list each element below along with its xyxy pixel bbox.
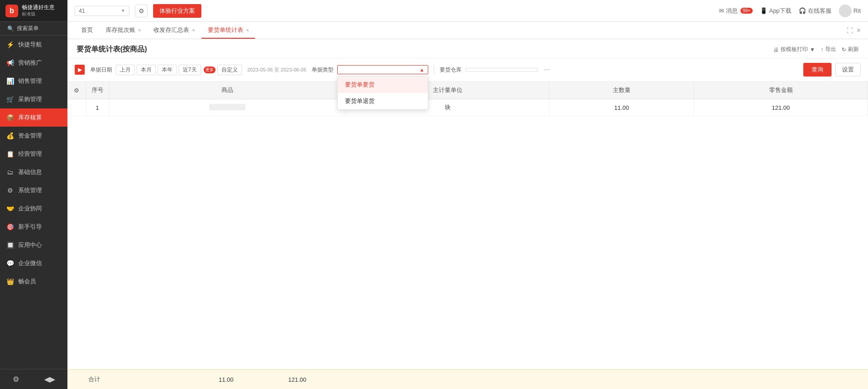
guide-icon: 🎯 <box>5 222 15 231</box>
sidebar-item-finance[interactable]: 💰 资金管理 <box>0 127 67 145</box>
sidebar-item-enterprise[interactable]: 🤝 企业协同 <box>0 200 67 218</box>
company-selector-text: 41 <box>79 8 85 14</box>
th-quantity: 主数量 <box>550 82 694 99</box>
warehouse-filter-label: 要货仓库 <box>440 66 462 74</box>
sidebar-item-purchase[interactable]: 🛒 采购管理 <box>0 90 67 108</box>
sidebar-item-label: 企业协同 <box>18 205 42 213</box>
chevron-up-icon: ▲ <box>419 67 424 72</box>
tab-batch-account-label: 库存批次账 <box>106 26 135 34</box>
doctype-select[interactable]: ▲ <box>337 65 428 74</box>
page-content: 要货单统计表(按商品) 🖨 按模板打印 ▼ ↑ 导出 ↻ 刷新 <box>67 39 868 389</box>
close-page-icon[interactable]: × <box>857 26 861 35</box>
message-icon: ✉ <box>719 7 724 14</box>
tab-batch-account[interactable]: 库存批次账 × <box>99 22 147 39</box>
warehouse-filter-section: 要货仓库 ··· <box>440 66 551 74</box>
user-menu-btn[interactable]: Rit <box>839 5 861 17</box>
refresh-btn[interactable]: ↻ 刷新 <box>842 46 859 53</box>
date-buttons: 上月 本月 本年 近7天 更多 自定义 <box>116 65 242 75</box>
base-icon: 🗂 <box>5 168 15 177</box>
print-btn[interactable]: 🖨 按模板打印 ▼ <box>773 46 815 53</box>
tab-collect-summary[interactable]: 收发存汇总表 × <box>147 22 201 39</box>
app-download-btn[interactable]: 📱 App下载 <box>760 7 791 15</box>
maximize-icon[interactable]: ⛶ <box>847 27 853 34</box>
data-table: ⚙ 序号 商品 主计量单位 主数量 零售金额 1 <box>67 82 868 116</box>
sidebar-nav: ⚡ 快捷导航 📢 营销推广 📊 销售管理 🛒 采购管理 📦 库存核算 💰 资金管… <box>0 36 67 369</box>
app-center-icon: 🔲 <box>5 241 15 250</box>
sidebar-item-guide[interactable]: 🎯 新手引导 <box>0 218 67 236</box>
sidebar-item-label: 新手引导 <box>18 223 42 231</box>
company-selector[interactable]: 41 ▼ <box>75 6 129 16</box>
sidebar-settings-btn[interactable]: ⚙ <box>9 373 23 385</box>
cell-amount: 121.00 <box>694 99 868 116</box>
dropdown-item-order-return[interactable]: 要货单退货 <box>338 93 428 109</box>
sidebar-search-label: 搜索菜单 <box>17 25 39 32</box>
finance-icon: 💰 <box>5 131 15 140</box>
sidebar-item-label: 营销推广 <box>18 59 42 67</box>
tab-order-stats-label: 要货单统计表 <box>208 26 243 34</box>
dropdown-item-order-goods[interactable]: 要货单要货 <box>338 77 428 93</box>
export-label: 导出 <box>825 46 836 53</box>
export-btn[interactable]: ↑ 导出 <box>821 46 836 53</box>
refresh-label: 刷新 <box>848 46 859 53</box>
filter-bar: ▶ 单据日期 上月 本月 本年 近7天 更多 自定义 2023-05-06 至 … <box>67 58 868 82</box>
sidebar-item-sales[interactable]: 📊 销售管理 <box>0 72 67 90</box>
sidebar-item-marketing[interactable]: 📢 营销推广 <box>0 54 67 72</box>
doctype-dropdown-wrapper: ▲ 要货单要货 要货单退货 <box>337 65 428 74</box>
sidebar-item-label: 销售管理 <box>18 77 42 85</box>
tab-order-stats[interactable]: 要货单统计表 × <box>201 22 255 39</box>
user-avatar <box>839 5 852 17</box>
inventory-icon: 📦 <box>5 113 15 122</box>
trial-btn[interactable]: 体验行业方案 <box>153 4 201 18</box>
product-name-placeholder <box>209 104 246 110</box>
online-service-btn[interactable]: 🎧 在线客服 <box>799 7 832 15</box>
sidebar-item-wechat[interactable]: 💬 企业微信 <box>0 254 67 272</box>
sidebar-search[interactable]: 🔍 搜索菜单 <box>0 22 67 36</box>
sidebar-item-member[interactable]: 👑 畅会员 <box>0 272 67 291</box>
date-btn-last7days[interactable]: 近7天 <box>179 65 201 75</box>
query-btn[interactable]: 查询 <box>803 63 832 77</box>
filter-expand-btn[interactable]: ▶ <box>75 65 85 75</box>
sidebar-collapse-btn[interactable]: ◀▶ <box>41 373 59 385</box>
sidebar-item-label: 库存核算 <box>18 113 42 122</box>
logo-icon: b <box>5 5 18 17</box>
filter-settings-btn[interactable]: 设置 <box>835 63 861 77</box>
main-area: 41 ▼ ⚙ 体验行业方案 ✉ 消息 99+ 📱 App下载 🎧 在线客服 <box>67 0 868 389</box>
page-title: 要货单统计表(按商品) <box>77 45 147 54</box>
gear-icon: ⚙ <box>139 7 144 15</box>
sidebar-item-system[interactable]: ⚙ 系统管理 <box>0 181 67 200</box>
expand-icon: ▶ <box>78 67 82 73</box>
th-settings[interactable]: ⚙ <box>67 82 86 99</box>
messages-btn[interactable]: ✉ 消息 99+ <box>719 7 753 15</box>
sidebar-bottom: ⚙ ◀▶ <box>0 369 67 389</box>
date-btn-this-month[interactable]: 本月 <box>137 65 156 75</box>
topbar-left: 41 ▼ ⚙ 体验行业方案 <box>75 4 201 18</box>
date-btn-custom[interactable]: 自定义 <box>217 65 242 75</box>
warehouse-select[interactable] <box>465 68 538 72</box>
sidebar-item-quick-nav[interactable]: ⚡ 快捷导航 <box>0 36 67 54</box>
topbar-settings-btn[interactable]: ⚙ <box>135 5 148 17</box>
page-header: 要货单统计表(按商品) 🖨 按模板打印 ▼ ↑ 导出 ↻ 刷新 <box>67 39 868 58</box>
page-actions: 🖨 按模板打印 ▼ ↑ 导出 ↻ 刷新 <box>773 46 859 53</box>
doctype-dropdown-menu: 要货单要货 要货单退货 <box>337 76 428 110</box>
doctype-filter-section: 单据类型 ▲ 要货单要货 要货单退货 <box>312 65 428 74</box>
total-label: 合计 <box>75 375 100 384</box>
topbar: 41 ▼ ⚙ 体验行业方案 ✉ 消息 99+ 📱 App下载 🎧 在线客服 <box>67 0 868 22</box>
tab-batch-account-close[interactable]: × <box>138 27 141 33</box>
th-amount: 零售金额 <box>694 82 868 99</box>
tab-collect-summary-close[interactable]: × <box>192 27 195 33</box>
date-btn-last-month[interactable]: 上月 <box>116 65 135 75</box>
more-filters-btn[interactable]: ··· <box>542 66 551 74</box>
date-btn-this-year[interactable]: 本年 <box>158 65 177 75</box>
sidebar-item-label: 基础信息 <box>18 168 42 176</box>
sidebar-item-inventory[interactable]: 📦 库存核算 <box>0 108 67 127</box>
cell-num: 1 <box>86 99 109 116</box>
tab-order-stats-close[interactable]: × <box>246 27 249 33</box>
sidebar-item-app-center[interactable]: 🔲 应用中心 <box>0 236 67 254</box>
tab-home[interactable]: 首页 <box>75 22 99 39</box>
th-num: 序号 <box>86 82 109 99</box>
sidebar-item-label: 企业微信 <box>18 259 42 267</box>
sidebar-item-base[interactable]: 🗂 基础信息 <box>0 163 67 181</box>
sidebar-item-operations[interactable]: 📋 经营管理 <box>0 145 67 163</box>
refresh-icon: ↻ <box>842 46 846 53</box>
export-icon: ↑ <box>821 46 823 53</box>
